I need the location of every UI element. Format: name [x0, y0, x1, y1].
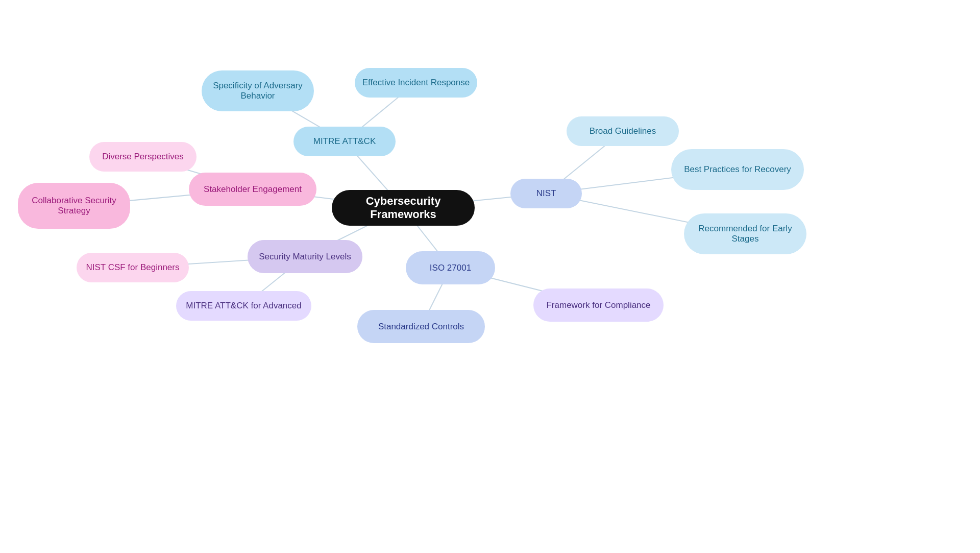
specificity-node[interactable]: Specificity of Adversary Behavior [202, 70, 314, 111]
stakeholder-node[interactable]: Stakeholder Engagement [189, 173, 316, 206]
security-maturity-node[interactable]: Security Maturity Levels [248, 240, 362, 273]
collaborative-node[interactable]: Collaborative Security Strategy [18, 183, 130, 229]
center-node[interactable]: Cybersecurity Frameworks [332, 190, 475, 226]
iso27001-node[interactable]: ISO 27001 [406, 251, 495, 284]
diverse-perspectives-node[interactable]: Diverse Perspectives [89, 142, 197, 172]
mitre-attck-node[interactable]: MITRE ATT&CK [293, 127, 396, 156]
standardized-controls-node[interactable]: Standardized Controls [357, 310, 485, 343]
recommended-early-node[interactable]: Recommended for Early Stages [684, 213, 806, 254]
broad-guidelines-node[interactable]: Broad Guidelines [567, 116, 679, 146]
nist-node[interactable]: NIST [510, 179, 582, 208]
effective-incident-node[interactable]: Effective Incident Response [355, 68, 477, 98]
nist-csf-beginners-node[interactable]: NIST CSF for Beginners [77, 253, 189, 282]
mitre-advanced-node[interactable]: MITRE ATT&CK for Advanced [176, 291, 311, 321]
best-practices-node[interactable]: Best Practices for Recovery [671, 149, 804, 190]
framework-compliance-node[interactable]: Framework for Compliance [533, 288, 664, 322]
